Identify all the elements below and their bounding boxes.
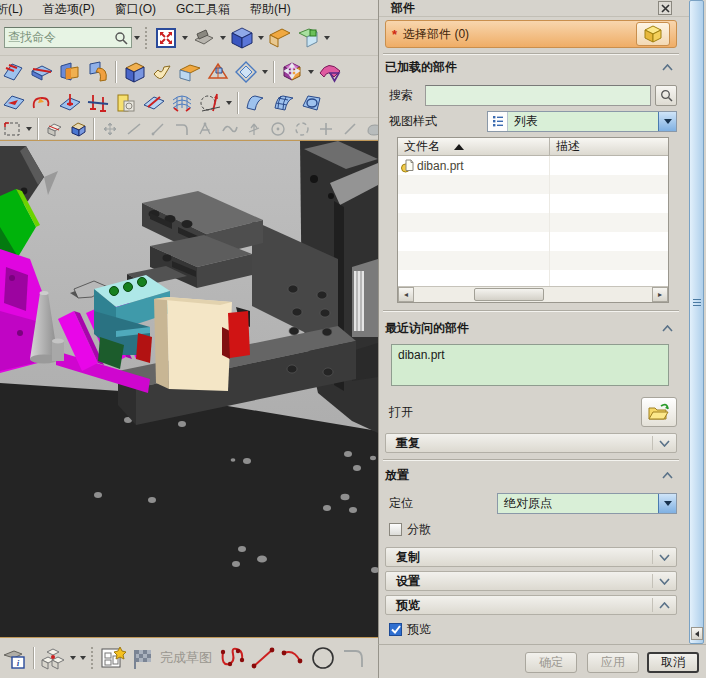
scroll-right-icon[interactable]: ▸ [652,287,668,302]
chevron-down-icon[interactable] [659,440,670,447]
select-marquee-icon[interactable] [0,119,24,139]
view-style-dropdown-icon[interactable] [258,36,264,40]
move-dropdown-icon[interactable] [308,70,314,74]
scatter-checkbox[interactable] [389,523,402,536]
shaded-view-cube-icon[interactable] [228,25,256,51]
assemblies-dropdown-icon[interactable] [70,656,76,660]
table-horizontal-scrollbar[interactable]: ◂ ▸ [398,286,668,302]
surface-pin-icon[interactable] [56,90,84,116]
loaded-parts-header[interactable]: 已加载的部件 [385,57,677,77]
table-row-empty[interactable] [398,194,668,213]
ok-button[interactable]: 确定 [525,652,577,673]
extrude-icon[interactable] [120,59,148,85]
sketch-in-task-icon[interactable] [98,643,128,673]
find-command-input[interactable]: 查找命令 [4,27,132,48]
search-button[interactable] [655,85,677,106]
fit-view-dropdown-icon[interactable] [182,36,188,40]
placement-section-header[interactable]: 放置 [385,465,677,485]
rail-collapse-button[interactable] [691,627,703,640]
menu-item-preferences[interactable]: 首选项(P) [33,1,105,18]
n-sided-surface-icon[interactable] [298,90,326,116]
positioning-combo[interactable]: 绝对原点 [497,493,677,514]
clip-section-dropdown-icon[interactable] [324,36,330,40]
column-file-name[interactable]: 文件名 [404,138,440,155]
sheet-flange-icon[interactable] [176,59,204,85]
loaded-parts-table[interactable]: 文件名 描述 diban.prt ◂ ▸ [397,137,669,303]
dialog-title-bar[interactable]: 部件 [379,0,690,17]
chevron-down-icon[interactable] [659,554,670,561]
select-part-cube-button[interactable] [636,22,670,46]
table-row-empty[interactable] [398,213,668,232]
positioning-dropdown-button[interactable] [658,494,676,513]
snapshot-icon[interactable] [190,25,218,51]
sketch-line-icon[interactable] [248,643,278,673]
table-header[interactable]: 文件名 描述 [398,138,668,156]
surface-slash-icon[interactable] [140,90,168,116]
surface-two-pins-icon[interactable] [84,90,112,116]
recent-parts-header[interactable]: 最近访问的部件 [385,318,677,338]
sketch-arc-icon[interactable] [278,643,308,673]
studio-spline-icon[interactable] [218,643,248,673]
datum-axis-icon[interactable] [196,90,224,116]
find-command-dropdown-icon[interactable] [134,36,140,40]
assemblies-dropdown2-icon[interactable] [80,656,86,660]
chevron-up-icon[interactable] [662,472,673,479]
table-row-empty[interactable] [398,232,668,251]
mesh-uv-icon[interactable] [168,90,196,116]
table-row-empty[interactable] [398,175,668,194]
scatter-row[interactable]: 分散 [389,520,677,538]
work-section-cube-icon[interactable] [66,119,90,139]
apply-button[interactable]: 应用 [587,652,639,673]
move-component-icon[interactable] [278,59,306,85]
mesh-surface-icon[interactable] [270,90,298,116]
section-cube-icon[interactable] [42,119,66,139]
menu-item-help[interactable]: 帮助(H) [240,1,301,18]
view-style-dropdown-button[interactable] [658,112,676,131]
assembly-constraint-icon[interactable] [316,59,344,85]
scrollbar-thumb[interactable] [474,288,544,301]
search-input[interactable] [425,85,651,106]
dialog-rail[interactable] [689,0,704,644]
surface-dropdown-icon[interactable] [226,101,232,105]
dialog-close-button[interactable] [658,1,672,15]
open-part-button[interactable] [641,397,677,427]
sheet-bend-icon[interactable] [148,59,176,85]
graphics-viewport[interactable] [0,140,378,638]
copy-section-header[interactable]: 复制 [385,547,677,567]
preview-section-header[interactable]: 预览 [385,595,677,615]
menu-item-analysis[interactable]: 析(L) [0,1,33,18]
column-description[interactable]: 描述 [556,138,580,155]
preview-row[interactable]: 预览 [389,620,677,638]
select-dropdown-icon[interactable] [26,127,32,131]
rail-grip-handle[interactable] [693,297,701,308]
table-row-diban[interactable]: diban.prt [398,156,668,175]
swept-surface-icon[interactable] [242,90,270,116]
patch-body-icon[interactable] [84,59,112,85]
cancel-button[interactable]: 取消 [647,652,699,673]
preview-checkbox[interactable] [389,623,402,636]
surface-arrow-icon[interactable] [0,90,28,116]
menu-item-gc-toolbox[interactable]: GC工具箱 [166,1,240,18]
fit-view-icon[interactable] [152,25,180,51]
clip-section-orange-icon[interactable] [266,25,294,51]
page-feature-icon[interactable] [112,90,140,116]
menu-item-window[interactable]: 窗口(O) [105,1,166,18]
table-row-empty[interactable] [398,251,668,270]
part-info-icon[interactable]: i [0,643,30,673]
chevron-down-icon[interactable] [659,578,670,585]
assemblies-cubes-icon[interactable] [38,643,68,673]
wireframe-cube-icon[interactable] [232,59,260,85]
recent-part-item[interactable]: diban.prt [398,348,445,362]
recent-parts-list[interactable]: diban.prt [391,344,669,386]
feature-dropdown-icon[interactable] [262,70,268,74]
repeat-section-header[interactable]: 重复 [385,433,677,453]
curve-hook-icon[interactable] [28,90,56,116]
chevron-up-icon[interactable] [662,325,673,332]
clip-section-green-icon[interactable] [294,25,322,51]
surface-trim-icon[interactable] [0,59,28,85]
chevron-up-icon[interactable] [659,602,670,609]
toolbar-handle[interactable] [145,27,149,49]
scroll-left-icon[interactable]: ◂ [398,287,414,302]
sketch-circle-icon[interactable] [308,643,338,673]
split-body-icon[interactable] [28,59,56,85]
